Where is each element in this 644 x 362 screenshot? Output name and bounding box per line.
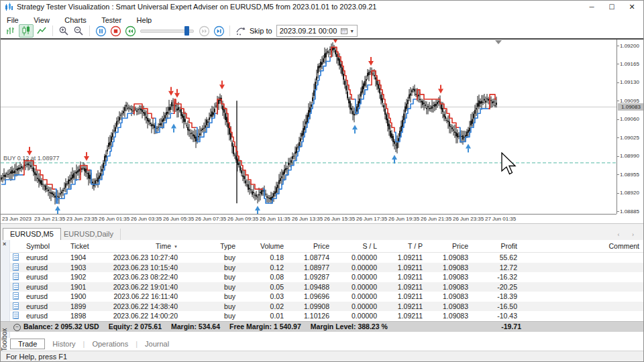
toolbar-separator xyxy=(89,25,90,36)
cell-sl: 0.00000 xyxy=(335,253,382,263)
time-axis[interactable]: 23 Jun 202323 Jun 21:3523 Jun 23:3526 Ju… xyxy=(1,214,616,223)
tab-scroll-arrows[interactable]: ‹ › xyxy=(618,231,640,238)
minimize-button[interactable]: ─ xyxy=(582,1,602,13)
price-tick-mark xyxy=(617,193,619,194)
table-row[interactable]: eurusd19032023.06.23 10:15:40buy0.121.08… xyxy=(10,263,644,273)
cell-type: buy xyxy=(183,292,241,302)
chart-tab-eurusd-daily[interactable]: EURUSD,Daily xyxy=(57,229,121,240)
cell-type: buy xyxy=(183,282,241,292)
table-row[interactable]: eurusd19022023.06.23 08:22:40buy0.081.09… xyxy=(10,272,644,282)
balance-bar: − Balance: 2 095.32 USDEquity: 2 075.61M… xyxy=(1,321,643,332)
price-axis[interactable]: 1.092001.091651.091301.090951.090601.090… xyxy=(616,40,644,214)
price-tick-label: 1.08955 xyxy=(620,172,639,178)
cell-ticket: 1898 xyxy=(68,311,108,321)
header-sl[interactable]: S / L xyxy=(335,240,382,252)
header-price-current[interactable]: Price xyxy=(428,240,474,252)
order-doc-icon xyxy=(10,272,23,282)
maximize-button[interactable]: ☐ xyxy=(602,1,622,13)
status-text: For Help, press F1 xyxy=(6,353,67,361)
pause-button[interactable] xyxy=(94,25,107,37)
cell-tp: 1.09211 xyxy=(382,272,428,282)
cell-volume: 0.03 xyxy=(241,292,289,302)
zoom-in-icon xyxy=(58,25,69,36)
table-row[interactable]: eurusd18982023.06.22 14:00:20buy0.011.10… xyxy=(10,311,644,321)
table-row[interactable]: eurusd19042023.06.23 10:27:40buy0.181.08… xyxy=(10,253,644,263)
tab-history[interactable]: History xyxy=(45,339,83,349)
candlestick-icon xyxy=(21,25,32,36)
line-chart-mode-button[interactable] xyxy=(35,25,48,37)
cell-tp: 1.09211 xyxy=(382,253,428,263)
rewind-button[interactable] xyxy=(123,25,137,37)
header-profit[interactable]: Profit xyxy=(474,240,523,252)
mouse-cursor xyxy=(501,152,519,176)
table-row[interactable]: eurusd19012023.06.22 19:01:40buy0.051.09… xyxy=(10,282,644,292)
cell-tp: 1.09211 xyxy=(382,302,428,312)
header-tp[interactable]: T / P xyxy=(382,240,428,252)
stop-button[interactable] xyxy=(109,25,122,37)
cell-price2: 1.09083 xyxy=(428,272,474,282)
cell-price2: 1.09083 xyxy=(428,263,474,273)
skip-to-end-button[interactable] xyxy=(212,25,225,37)
cell-comment xyxy=(523,263,644,273)
speed-slider[interactable] xyxy=(140,29,194,33)
header-symbol[interactable]: Symbol xyxy=(23,240,68,252)
balance-item: Balance: 2 095.32 USD xyxy=(23,322,99,330)
cell-ticket: 1902 xyxy=(68,272,108,282)
speed-slider-handle[interactable] xyxy=(184,26,189,36)
candlestick-chart: BUY 0.12 at 1.08977 xyxy=(1,40,616,214)
line-chart-icon xyxy=(36,25,47,36)
time-tick-label: 26 Jun 01:35 xyxy=(99,216,129,222)
cell-profit: -16.32 xyxy=(474,272,523,282)
header-type[interactable]: Type xyxy=(183,240,241,252)
cell-time: 2023.06.22 19:01:40 xyxy=(108,282,183,292)
price-tick-mark xyxy=(617,174,619,175)
time-tick-label: 23 Jun 21:35 xyxy=(34,216,65,222)
fast-forward-button[interactable] xyxy=(197,25,211,37)
table-row[interactable]: eurusd18992023.06.22 14:38:40buy0.021.09… xyxy=(10,302,644,312)
toolbox-close-button[interactable]: × xyxy=(3,241,6,247)
balance-summary: Balance: 2 095.32 USDEquity: 2 075.61Mar… xyxy=(23,322,397,330)
cell-comment xyxy=(523,282,644,292)
price-tick-mark xyxy=(617,156,619,157)
cell-price2: 1.09083 xyxy=(428,302,474,312)
zoom-in-button[interactable] xyxy=(57,25,70,37)
order-doc-icon xyxy=(10,263,23,273)
time-tick-label: 27 Jun 01:35 xyxy=(485,216,516,222)
chart-tab-eurusd-m5[interactable]: EURUSD,M5 xyxy=(3,228,61,240)
collapse-icon[interactable]: − xyxy=(13,324,21,331)
candle-chart-mode-button[interactable] xyxy=(19,24,34,38)
tab-trade[interactable]: Trade xyxy=(10,339,45,349)
header-ticket[interactable]: Ticket xyxy=(68,240,108,252)
header-comment[interactable]: Comment xyxy=(523,240,644,252)
tab-journal[interactable]: Journal xyxy=(138,339,176,349)
skip-to-date-input[interactable]: 2023.09.21 00:00 ▼ xyxy=(276,25,358,37)
chart-canvas[interactable]: BUY 0.12 at 1.08977 xyxy=(1,40,616,214)
price-tick-mark xyxy=(617,119,619,120)
table-row[interactable]: eurusd19002023.06.22 16:11:40buy0.031.09… xyxy=(10,292,644,302)
zoom-out-button[interactable] xyxy=(72,25,85,37)
cell-price: 1.09908 xyxy=(289,302,335,312)
skip-to-label: Skip to xyxy=(250,27,272,35)
header-price-open[interactable]: Price xyxy=(289,240,335,252)
price-tick-mark xyxy=(617,137,619,138)
cell-tp: 1.09211 xyxy=(382,311,428,321)
cell-ticket: 1900 xyxy=(68,292,108,302)
cell-price: 1.09696 xyxy=(289,292,335,302)
pause-icon xyxy=(95,25,107,37)
cell-type: buy xyxy=(183,302,241,312)
time-tick-label: 26 Jun 15:35 xyxy=(324,216,355,222)
header-volume[interactable]: Volume xyxy=(241,240,289,252)
chart-tab-bar: EURUSD,M5 EURUSD,Daily ‹ › xyxy=(1,223,643,240)
cell-profit: -18.39 xyxy=(474,292,523,302)
bar-chart-mode-button[interactable] xyxy=(4,25,17,37)
time-tick-label: 23 Jun 23:35 xyxy=(66,216,97,222)
cell-volume: 0.01 xyxy=(241,311,289,321)
header-time[interactable]: Time▼ xyxy=(108,240,183,252)
trade-table-rows: eurusd19042023.06.23 10:27:40buy0.181.08… xyxy=(10,253,644,321)
skip-jump-button[interactable] xyxy=(234,25,248,37)
time-tick-label: 26 Jun 09:35 xyxy=(227,216,258,222)
close-button[interactable]: ✕ xyxy=(622,1,642,13)
cell-sl: 0.00000 xyxy=(335,302,382,312)
price-tick-label: 1.09060 xyxy=(620,116,639,122)
tab-operations[interactable]: Operations xyxy=(85,339,136,349)
